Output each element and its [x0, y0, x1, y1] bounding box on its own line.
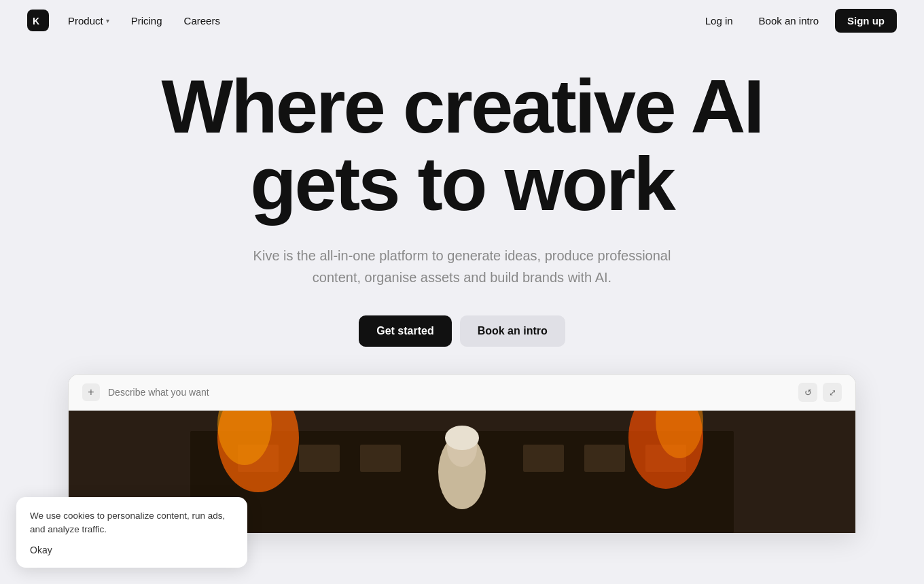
app-toolbar: + ↺ ⤢: [69, 375, 855, 411]
hero-title: Where creative AI gets to work: [162, 68, 763, 223]
nav-item-careers[interactable]: Careers: [176, 10, 228, 32]
svg-rect-5: [299, 445, 340, 472]
cookie-text: We use cookies to personalize content, r…: [30, 509, 234, 537]
nav-right: Log in Book an intro Sign up: [696, 9, 897, 33]
svg-rect-7: [523, 445, 564, 472]
toolbar-add-button[interactable]: +: [82, 383, 100, 401]
login-button[interactable]: Log in: [696, 10, 743, 32]
signup-button[interactable]: Sign up: [835, 9, 897, 33]
toolbar-prompt-input[interactable]: [108, 387, 790, 398]
toolbar-expand-icon[interactable]: ⤢: [823, 383, 842, 402]
nav-item-pricing[interactable]: Pricing: [123, 10, 171, 32]
hero-subtitle: Kive is the all-in-one platform to gener…: [251, 245, 673, 288]
chevron-down-icon: ▾: [106, 17, 109, 24]
nav-item-product[interactable]: Product ▾: [60, 10, 118, 32]
get-started-button[interactable]: Get started: [359, 315, 451, 347]
cookie-banner: We use cookies to personalize content, r…: [16, 497, 247, 568]
nav-left: K Product ▾ Pricing Careers: [27, 10, 228, 32]
hero-cta-group: Get started Book an intro: [359, 315, 565, 347]
toolbar-right-icons: ↺ ⤢: [798, 383, 842, 402]
logo-icon: K: [27, 10, 49, 31]
book-intro-nav-button[interactable]: Book an intro: [748, 10, 830, 32]
book-intro-hero-button[interactable]: Book an intro: [460, 315, 565, 347]
svg-rect-8: [584, 445, 625, 472]
svg-rect-6: [360, 445, 401, 472]
cookie-okay-button[interactable]: Okay: [30, 545, 52, 555]
navbar: K Product ▾ Pricing Careers Log in Book …: [0, 0, 924, 41]
toolbar-refresh-icon[interactable]: ↺: [798, 383, 817, 402]
svg-text:K: K: [33, 16, 39, 27]
svg-point-16: [445, 426, 479, 450]
hero-section: Where creative AI gets to work Kive is t…: [0, 0, 924, 533]
